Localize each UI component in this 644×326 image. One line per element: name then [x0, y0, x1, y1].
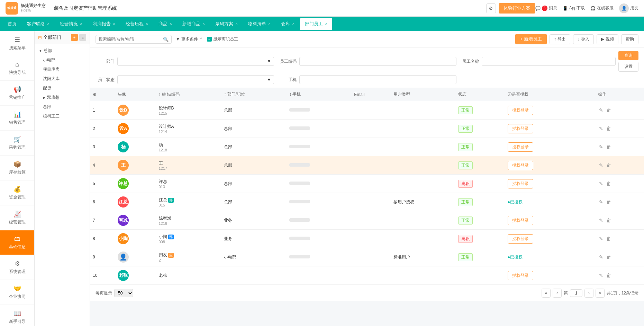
dept-add-btn[interactable]: + [71, 34, 78, 41]
col-settings[interactable]: ⚙ [90, 88, 115, 101]
auth-button[interactable]: 授权登录 [508, 142, 533, 152]
page-number-input[interactable] [570, 289, 582, 297]
dept-node-shenyangDaku[interactable]: 沈阳大库 [35, 74, 90, 83]
nav-tab-利润报告[interactable]: 利润报告 × [88, 18, 120, 30]
close-tab-icon[interactable]: × [268, 21, 271, 26]
view-button[interactable]: ▶ 视频 [597, 34, 618, 44]
dept-node-xiaodibu[interactable]: 小电部 [35, 55, 90, 65]
add-employee-button[interactable]: + 新增员工 [515, 34, 547, 44]
reset-button[interactable]: 设置 [618, 62, 638, 72]
delete-button[interactable]: 🗑 [606, 181, 611, 186]
nav-tab-客户联络[interactable]: 客户联络 × [22, 18, 54, 30]
delete-button[interactable]: 🗑 [606, 126, 611, 131]
close-tab-icon[interactable]: × [235, 21, 238, 26]
left-nav-item-营销推广[interactable]: 📢营销推广 [0, 81, 34, 106]
close-tab-icon[interactable]: × [202, 21, 205, 26]
dept-node-zhishuWangsan[interactable]: 植树王三 [35, 112, 90, 121]
close-tab-icon[interactable]: × [146, 21, 148, 26]
edit-button[interactable]: ✎ [599, 236, 603, 241]
dept-node-peihuo[interactable]: 配货 [35, 83, 90, 93]
delete-button[interactable]: 🗑 [606, 162, 611, 168]
trial-button[interactable]: 体验行业方案 [499, 3, 535, 14]
delete-button[interactable]: 🗑 [606, 254, 611, 260]
more-filter-btn[interactable]: ▼ 更多条件 ⌃ [176, 36, 203, 42]
left-nav-item-企业协同[interactable]: 🤝企业协同 [0, 280, 34, 305]
emp-code-input[interactable] [299, 57, 456, 66]
left-nav-item-快捷导航[interactable]: ⌂快捷导航 [0, 56, 34, 81]
auth-button[interactable]: 授权登录 [508, 161, 533, 170]
auth-button[interactable]: 授权登录 [508, 179, 533, 188]
gear-button[interactable]: ⚙ [486, 3, 496, 13]
edit-button[interactable]: ✎ [599, 126, 603, 131]
auth-button[interactable]: 授权登录 [508, 124, 533, 133]
dept-node-zongbu[interactable]: 总部 [35, 102, 90, 112]
user-area[interactable]: 👤 用友 [619, 3, 638, 13]
auth-button[interactable]: 授权登录 [508, 234, 533, 244]
last-page-btn[interactable]: » [596, 289, 605, 298]
left-nav-item-经营管理[interactable]: 📈经营管理 [0, 205, 34, 230]
delete-button[interactable]: 🗑 [606, 218, 611, 223]
first-page-btn[interactable]: « [542, 289, 551, 298]
nav-tab-首页[interactable]: 首页 [3, 18, 21, 30]
message-button[interactable]: 💬 5 消息 [535, 5, 557, 11]
search-input[interactable] [99, 37, 161, 42]
phone-input[interactable] [299, 75, 456, 84]
left-nav-item-库存核算[interactable]: 📦库存核算 [0, 156, 34, 180]
close-tab-icon[interactable]: × [325, 21, 327, 26]
delete-button[interactable]: 🗑 [606, 199, 611, 205]
delete-button[interactable]: 🗑 [606, 107, 611, 113]
dept-node-xiangmuKufang[interactable]: 项目库房 [35, 65, 90, 74]
close-tab-icon[interactable]: × [170, 21, 172, 26]
per-page-select[interactable]: 50 100 200 [114, 289, 133, 297]
left-nav-item-系统管理[interactable]: ⚙系统管理 [0, 255, 34, 280]
close-tab-icon[interactable]: × [80, 21, 82, 26]
auth-button[interactable]: 授权登录 [508, 106, 533, 115]
online-service-button[interactable]: 🎧 在线客服 [590, 5, 614, 11]
dept-select[interactable]: ▼ [117, 57, 274, 66]
nav-tab-仓库[interactable]: 仓库 × [276, 18, 299, 30]
nav-tab-经营情况[interactable]: 经营情况 × [55, 18, 87, 30]
nav-tab-条码方案[interactable]: 条码方案 × [210, 18, 243, 30]
dept-node-total[interactable]: ▼总部 [35, 46, 90, 55]
export-button[interactable]: ↑ 导出 [550, 34, 570, 44]
prev-page-btn[interactable]: ‹ [553, 289, 562, 298]
show-inactive-toggle[interactable]: ✓ 显示离职员工 [207, 36, 238, 42]
nav-tab-商品[interactable]: 商品 × [154, 18, 177, 30]
edit-button[interactable]: ✎ [599, 254, 603, 260]
close-tab-icon[interactable]: × [47, 21, 49, 26]
edit-button[interactable]: ✎ [599, 144, 603, 150]
close-tab-icon[interactable]: × [292, 21, 294, 26]
nav-tab-物料清单[interactable]: 物料清单 × [243, 18, 275, 30]
query-button[interactable]: 查询 [618, 51, 638, 60]
left-nav-item-搜索菜单[interactable]: ☰搜索菜单 [0, 31, 34, 56]
col-phone[interactable]: ↕ 手机 [287, 88, 351, 101]
left-nav-item-采购管理[interactable]: 🛒采购管理 [0, 131, 34, 156]
dept-collapse-btn[interactable]: « [79, 34, 86, 41]
auth-button[interactable]: 授权登录 [508, 216, 533, 225]
import-button[interactable]: ↓ 导入 [573, 34, 594, 44]
nav-tab-部门员工[interactable]: 部门员工 × [300, 18, 332, 30]
left-nav-item-新手引导[interactable]: 📖新手引导 [0, 305, 34, 326]
delete-button[interactable]: 🗑 [606, 144, 611, 150]
col-dept[interactable]: ↕ 部门/职位 [221, 88, 287, 101]
edit-button[interactable]: ✎ [599, 273, 603, 278]
help-button[interactable]: 帮助 [621, 34, 638, 44]
next-page-btn[interactable]: › [584, 289, 593, 298]
nav-tab-新增商品[interactable]: 新增商品 × [178, 18, 210, 30]
edit-button[interactable]: ✎ [599, 218, 603, 223]
left-nav-item-资金管理[interactable]: 💰资金管理 [0, 180, 34, 205]
edit-button[interactable]: ✎ [599, 107, 603, 113]
delete-button[interactable]: 🗑 [606, 236, 611, 241]
col-name[interactable]: ↕ 姓名/编码 [156, 88, 221, 101]
dept-node-shuangdixiang[interactable]: ▶双底想 [35, 93, 90, 102]
emp-status-select[interactable]: ▼ [117, 75, 274, 84]
app-download-button[interactable]: 📱 App下载 [563, 5, 585, 11]
edit-button[interactable]: ✎ [599, 199, 603, 205]
delete-button[interactable]: 🗑 [606, 273, 611, 278]
edit-button[interactable]: ✎ [599, 181, 603, 186]
nav-tab-经营历程[interactable]: 经营历程 × [121, 18, 153, 30]
edit-button[interactable]: ✎ [599, 162, 603, 168]
left-nav-item-基础信息[interactable]: 🗃基础信息 [0, 230, 34, 255]
close-tab-icon[interactable]: × [113, 21, 115, 26]
emp-name-input[interactable] [482, 57, 616, 66]
